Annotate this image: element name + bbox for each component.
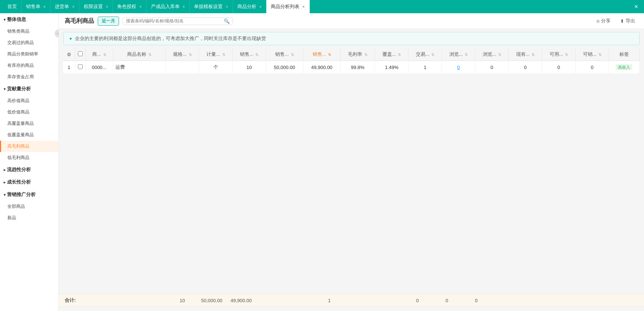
select-all-checkbox[interactable]: [78, 51, 83, 56]
sidebar-item-sales-goods[interactable]: 销售类商品: [0, 26, 58, 37]
sidebar-item-category-rate[interactable]: 商品分类助销率: [0, 48, 58, 60]
sidebar-item-low-value[interactable]: 低价值商品: [0, 106, 58, 118]
sidebar-section-growth[interactable]: ▸ 成长性分析: [0, 176, 58, 188]
cell-coverage: 1.49%: [375, 61, 409, 74]
export-button[interactable]: ⬆ 导出: [617, 16, 638, 26]
cell-avail-stock: 0: [542, 61, 575, 74]
horizontal-scrollbar[interactable]: [59, 307, 644, 311]
nav-tab-products[interactable]: 产成品入库单 ×: [147, 0, 190, 13]
cell-sellable: 0: [575, 61, 609, 74]
total-sales-qty: 10: [168, 298, 197, 303]
th-unit[interactable]: 计量... ⇅: [199, 48, 233, 61]
sidebar-item-low-margin[interactable]: 低毛利商品: [0, 152, 58, 163]
info-icon: ✦: [69, 36, 73, 41]
content-header: 高毛利商品 近一月 🔍 ⎋ 分享 ⬆ 导出: [59, 13, 644, 29]
search-icon[interactable]: 🔍: [224, 18, 230, 24]
th-gross-rate[interactable]: 毛利率 ⇅: [341, 48, 375, 61]
th-trade[interactable]: 交易... ⇅: [409, 48, 442, 61]
th-sales-amt1[interactable]: 销售... ⇅: [266, 48, 303, 61]
sidebar-section-marketing[interactable]: ▾ 营销推广分析: [0, 188, 58, 201]
cell-trade: 1: [409, 61, 442, 74]
close-icon[interactable]: ×: [72, 4, 74, 9]
total-sales-amt1: 50,000.00: [197, 298, 226, 303]
nav-tab-purchase[interactable]: 进货单 ×: [50, 0, 79, 13]
total-sellable: 0: [461, 298, 491, 303]
cell-checkbox: [75, 61, 85, 74]
nav-tab-sales[interactable]: 销售单 ×: [22, 0, 50, 13]
nav-tab-permissions[interactable]: 权限设置 ×: [79, 0, 113, 13]
sidebar-section-contribution[interactable]: ▾ 贡献量分析: [0, 83, 58, 95]
th-settings[interactable]: ⚙: [63, 48, 75, 61]
share-icon: ⎋: [597, 18, 600, 24]
sidebar-item-new-goods[interactable]: 新品: [0, 212, 58, 224]
th-tag: 标签: [609, 48, 639, 61]
cell-sales-qty: 10: [233, 61, 266, 74]
close-icon[interactable]: ×: [259, 4, 262, 9]
page-title: 高毛利商品: [65, 17, 94, 25]
info-banner: ✦ 企业的主要的利润都是这部分商品创造的，可考虑加大推广，同时关注库存是不要出现…: [63, 32, 640, 45]
data-table: ⚙ 商... ⇅ 商品名称 ⇅ 规格... ⇅ 计量... ⇅ 销售... ⇅ …: [63, 48, 640, 74]
filter-recent-month-button[interactable]: 近一月: [98, 17, 119, 26]
sidebar-item-capital[interactable]: 库存资金占用: [0, 71, 58, 83]
cell-browse1[interactable]: 0: [442, 61, 475, 74]
close-icon[interactable]: ×: [226, 4, 228, 9]
cell-tag: 高收入: [609, 61, 639, 74]
main-layout: « ▾ 整体信息 销售类商品 交易过的商品 商品分类助销率 有库存的商品 库存资…: [0, 13, 644, 311]
total-trade: 1: [314, 298, 344, 303]
sidebar-item-high-coverage[interactable]: 高覆盖量商品: [0, 118, 58, 129]
close-icon[interactable]: ×: [106, 4, 108, 9]
cell-code: 0000...: [85, 61, 113, 74]
close-all-tabs[interactable]: ×: [631, 3, 641, 11]
cell-unit: 个: [199, 61, 233, 74]
content-area: 高毛利商品 近一月 🔍 ⎋ 分享 ⬆ 导出 ✦ 企业的主要的利润都是这部分商品创…: [59, 13, 644, 311]
row-checkbox[interactable]: [78, 64, 83, 69]
close-icon[interactable]: ×: [139, 4, 141, 9]
total-avail: 0: [432, 298, 461, 303]
close-icon[interactable]: ×: [43, 4, 46, 9]
cell-sales-amt2: 49,900.00: [303, 61, 341, 74]
header-actions: ⎋ 分享 ⬆ 导出: [594, 16, 638, 26]
close-icon[interactable]: ×: [183, 4, 185, 9]
export-icon: ⬆: [620, 18, 624, 24]
sidebar-item-high-value[interactable]: 高价值商品: [0, 95, 58, 106]
cell-browse2: 0: [475, 61, 509, 74]
th-browse1[interactable]: 浏览... ⇅: [442, 48, 475, 61]
th-avail-stock[interactable]: 可用... ⇅: [542, 48, 575, 61]
nav-tab-home[interactable]: 首页: [3, 0, 22, 13]
sidebar-item-in-stock[interactable]: 有库存的商品: [0, 60, 58, 71]
data-table-wrapper: ⚙ 商... ⇅ 商品名称 ⇅ 规格... ⇅ 计量... ⇅ 销售... ⇅ …: [59, 48, 644, 294]
table-row: 1 0000... 运费 个 10 50,000.00 49,900.00 99…: [63, 61, 640, 74]
nav-tab-roles[interactable]: 角色授权 ×: [113, 0, 146, 13]
close-icon[interactable]: ×: [302, 4, 305, 9]
cell-sales-amt1: 50,000.00: [266, 61, 303, 74]
nav-tab-analysis-list[interactable]: 商品分析列表 ×: [266, 0, 309, 13]
th-name[interactable]: 商品名称 ⇅: [113, 48, 166, 61]
top-nav: 首页 销售单 × 进货单 × 权限设置 × 角色授权 × 产成品入库单 × 单据…: [0, 0, 644, 13]
sidebar-item-all-goods[interactable]: 全部商品: [0, 201, 58, 212]
th-current-stock[interactable]: 现有... ⇅: [508, 48, 542, 61]
footer-total: 合计: 10 50,000.00 49,900.00 1 0 0 0: [59, 294, 644, 307]
total-stock: 0: [403, 298, 432, 303]
cell-gross-rate: 99.8%: [341, 61, 375, 74]
cell-name: 运费: [113, 61, 166, 74]
th-sales-amt2[interactable]: 销售... ⇅: [303, 48, 341, 61]
total-label: 合计:: [65, 297, 76, 304]
nav-tab-analysis[interactable]: 商品分析 ×: [233, 0, 266, 13]
sidebar-section-general[interactable]: ▾ 整体信息: [0, 13, 58, 26]
sidebar-section-trend[interactable]: ▸ 流趋性分析: [0, 163, 58, 176]
sidebar: « ▾ 整体信息 销售类商品 交易过的商品 商品分类助销率 有库存的商品 库存资…: [0, 13, 59, 311]
th-spec[interactable]: 规格... ⇅: [166, 48, 199, 61]
th-sales-qty[interactable]: 销售... ⇅: [233, 48, 266, 61]
th-code[interactable]: 商... ⇅: [85, 48, 113, 61]
sidebar-item-high-margin[interactable]: 高毛利商品: [0, 141, 58, 152]
nav-tab-template[interactable]: 单据模板设置 ×: [190, 0, 233, 13]
sidebar-item-low-coverage[interactable]: 低覆盖量商品: [0, 129, 58, 141]
cell-current-stock: 0: [508, 61, 542, 74]
search-box: 🔍: [123, 17, 233, 25]
th-coverage[interactable]: 覆盖... ⇅: [375, 48, 409, 61]
th-browse2[interactable]: 浏览... ⇅: [475, 48, 509, 61]
th-sellable[interactable]: 可销... ⇅: [575, 48, 609, 61]
sidebar-item-traded-goods[interactable]: 交易过的商品: [0, 37, 58, 48]
share-button[interactable]: ⎋ 分享: [594, 16, 614, 26]
search-input[interactable]: [126, 18, 224, 23]
